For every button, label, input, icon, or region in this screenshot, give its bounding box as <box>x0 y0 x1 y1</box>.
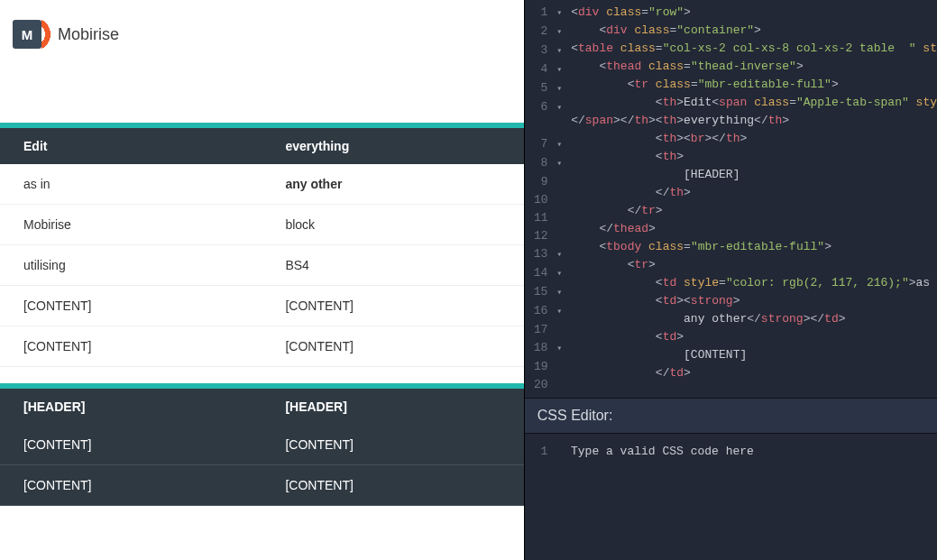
table-cell[interactable]: [CONTENT] <box>0 425 262 465</box>
code-line[interactable]: Type a valid CSS code here <box>571 443 754 461</box>
table-cell[interactable]: utilising <box>0 245 262 286</box>
code-line[interactable]: <th><br></th> <box>571 130 937 148</box>
table1-head: Edit everything <box>0 128 524 164</box>
table-row[interactable]: Mobiriseblock <box>0 205 524 245</box>
table-cell[interactable]: as in <box>0 164 262 205</box>
table1-h1[interactable]: Edit <box>0 128 262 164</box>
html-editor[interactable]: 1 ▾ 2 ▾ 3 ▾ 4 ▾ 5 ▾ 6 ▾ 7 ▾ 8 ▾ 9 10 11 … <box>525 0 937 398</box>
mobirise-logo-icon: M <box>13 20 41 49</box>
table-row[interactable]: as inany other <box>0 164 524 205</box>
table-cell[interactable]: BS4 <box>262 245 523 286</box>
table2-h1[interactable]: [HEADER] <box>0 389 262 425</box>
table-cell[interactable]: [CONTENT] <box>262 286 523 326</box>
table-cell[interactable]: [CONTENT] <box>262 326 523 367</box>
code-line[interactable]: <td><strong> <box>571 292 937 310</box>
html-gutter: 1 ▾ 2 ▾ 3 ▾ 4 ▾ 5 ▾ 6 ▾ 7 ▾ 8 ▾ 9 10 11 … <box>525 0 567 398</box>
preview-table-2[interactable]: [HEADER] [HEADER] [CONTENT][CONTENT][CON… <box>0 389 524 506</box>
brand-title: Mobirise <box>58 25 119 44</box>
code-line[interactable]: <table class="col-xs-2 col-xs-8 col-xs-2… <box>571 40 937 58</box>
code-line[interactable]: <div class="container"> <box>571 22 937 40</box>
table-row[interactable]: utilisingBS4 <box>0 245 524 286</box>
table-row[interactable]: [CONTENT][CONTENT] <box>0 286 524 326</box>
table-cell[interactable]: any other <box>262 164 523 205</box>
table-cell[interactable]: Mobirise <box>0 205 262 245</box>
css-editor-title: CSS Editor: <box>525 398 937 434</box>
table-row[interactable]: [CONTENT][CONTENT] <box>0 465 524 506</box>
table2-head: [HEADER] [HEADER] <box>0 389 524 425</box>
table-cell[interactable]: [CONTENT] <box>262 465 523 506</box>
code-line[interactable]: <tr class="mbr-editable-full"> <box>571 76 937 94</box>
code-line[interactable]: </span></th><th>everything</th> <box>571 112 937 130</box>
table-row[interactable]: [CONTENT][CONTENT] <box>0 326 524 367</box>
code-line[interactable]: </thead> <box>571 220 937 238</box>
code-line[interactable]: [CONTENT] <box>571 346 937 364</box>
html-code-lines[interactable]: <div class="row"> <div class="container"… <box>567 0 937 398</box>
code-line[interactable]: <div class="row"> <box>571 4 937 22</box>
brand-bar: M Mobirise <box>0 0 524 69</box>
code-line[interactable]: </th> <box>571 184 937 202</box>
table-cell[interactable]: [CONTENT] <box>262 425 523 465</box>
code-line[interactable]: </td> <box>571 364 937 382</box>
css-gutter: 1 <box>525 434 567 560</box>
css-code-lines[interactable]: Type a valid CSS code here <box>567 434 754 560</box>
table-row[interactable]: [CONTENT][CONTENT] <box>0 425 524 465</box>
table-cell[interactable]: [CONTENT] <box>0 326 262 367</box>
table-cell[interactable]: [CONTENT] <box>0 286 262 326</box>
code-line[interactable]: <th>Edit<span class="Apple-tab-span" sty <box>571 94 937 112</box>
code-line[interactable]: <td style="color: rgb(2, 117, 216);">as <box>571 274 937 292</box>
code-line[interactable]: <thead class="thead-inverse"> <box>571 58 937 76</box>
table-cell[interactable]: block <box>262 205 523 245</box>
code-line[interactable]: [HEADER] <box>571 166 937 184</box>
table1-h2[interactable]: everything <box>262 128 523 164</box>
code-line[interactable]: <tbody class="mbr-editable-full"> <box>571 238 937 256</box>
code-line[interactable]: <td> <box>571 328 937 346</box>
table-cell[interactable]: [CONTENT] <box>0 465 262 506</box>
preview-table-1[interactable]: Edit everything as inany otherMobirisebl… <box>0 128 524 367</box>
code-line[interactable]: <tr> <box>571 256 937 274</box>
table2-body: [CONTENT][CONTENT][CONTENT][CONTENT] <box>0 425 524 506</box>
preview-pane: M Mobirise Edit everything as inany othe… <box>0 0 524 560</box>
logo-letter: M <box>22 27 33 42</box>
table1-wrap: Edit everything as inany otherMobirisebl… <box>0 123 524 367</box>
table2-h2[interactable]: [HEADER] <box>262 389 523 425</box>
code-line[interactable]: </tr> <box>571 202 937 220</box>
code-line[interactable]: any other</strong></td> <box>571 310 937 328</box>
code-line[interactable]: <th> <box>571 148 937 166</box>
table1-body: as inany otherMobiriseblockutilisingBS4[… <box>0 164 524 367</box>
code-pane: 1 ▾ 2 ▾ 3 ▾ 4 ▾ 5 ▾ 6 ▾ 7 ▾ 8 ▾ 9 10 11 … <box>524 0 937 560</box>
css-editor[interactable]: 1 Type a valid CSS code here <box>525 434 937 560</box>
